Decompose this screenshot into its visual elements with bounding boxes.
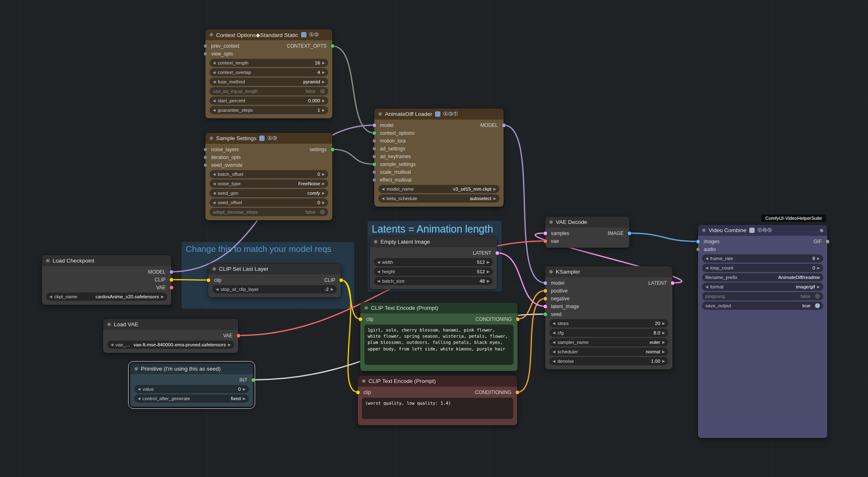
node-title-bar[interactable]: KSampler: [545, 266, 672, 277]
decrement-icon[interactable]: ◀: [213, 61, 216, 65]
input-slot-clip[interactable]: [207, 278, 210, 282]
next-option-icon[interactable]: ▶: [243, 397, 246, 401]
node-title-bar[interactable]: CLIP Text Encode (Prompt): [360, 302, 518, 313]
group-title[interactable]: Change this to match your model reqs: [182, 242, 354, 256]
toggle-knob[interactable]: [815, 303, 820, 308]
widget-use-on-equal-length[interactable]: use_on_equal_length false: [210, 87, 328, 95]
input-slot-vae[interactable]: [543, 239, 547, 243]
node-title-bar[interactable]: AnimateDiff Loader ⒶⒹ①: [374, 108, 504, 120]
widget-loop-count[interactable]: ◀ loop_count 0 ▶: [702, 264, 823, 272]
node-clip-set-last-layer[interactable]: CLIP Set Last Layer clip CLIP ◀ stop_at_…: [208, 263, 341, 297]
node-title-bar[interactable]: CLIP Set Last Layer: [208, 263, 341, 274]
widget-batch-offset[interactable]: ◀ batch_offset 0 ▶: [210, 170, 328, 178]
node-options-dot[interactable]: [820, 229, 823, 232]
widget-context-length[interactable]: ◀ context_length 16 ▶: [210, 59, 328, 67]
increment-icon[interactable]: ▶: [322, 71, 325, 74]
node-sample-settings[interactable]: Sample Settings ⒶⒹ noise_layers settings…: [205, 133, 332, 220]
decrement-icon[interactable]: ◀: [213, 173, 216, 176]
widget-height[interactable]: ◀ height 512 ▶: [374, 267, 493, 276]
next-option-icon[interactable]: ▶: [662, 341, 665, 344]
decrement-icon[interactable]: ◀: [213, 108, 216, 112]
output-slot-conditioning[interactable]: [516, 390, 519, 394]
collapse-dot[interactable]: [378, 112, 382, 116]
output-slot-model[interactable]: [502, 123, 506, 127]
widget-format[interactable]: ◀ format image/gif ▶: [702, 283, 823, 291]
widget-frame-rate[interactable]: ◀ frame_rate 8 ▶: [702, 254, 823, 263]
input-slot-negative[interactable]: [543, 297, 547, 300]
node-empty-latent-image[interactable]: Empty Latent Image LATENT ◀ width 512 ▶ …: [370, 236, 497, 289]
input-slot-view-opts[interactable]: [204, 52, 207, 55]
widget-batch-size[interactable]: ◀ batch_size 48 ▶: [374, 277, 493, 285]
increment-icon[interactable]: ▶: [487, 260, 490, 264]
increment-icon[interactable]: ▶: [243, 387, 246, 391]
widget-cfg[interactable]: ◀ cfg 8.0 ▶: [549, 329, 668, 337]
node-vae-decode[interactable]: VAE Decode samples IMAGE vae: [545, 217, 629, 248]
node-clip-text-encode-positive[interactable]: CLIP Text Encode (Prompt) clip CONDITION…: [360, 302, 518, 371]
prev-option-icon[interactable]: ◀: [213, 80, 216, 84]
widget-guarantee-steps[interactable]: ◀ guarantee_steps 1 ▶: [210, 106, 328, 114]
input-slot-seed-override[interactable]: [204, 163, 207, 167]
collapse-dot[interactable]: [107, 323, 111, 326]
group-title[interactable]: Latents = Animation length: [368, 221, 502, 237]
node-graph-canvas[interactable]: Change this to match your model reqs Lat…: [0, 0, 868, 477]
decrement-icon[interactable]: ◀: [377, 279, 380, 283]
node-title-bar[interactable]: Load Checkpoint: [42, 255, 171, 266]
next-option-icon[interactable]: ▶: [322, 80, 325, 84]
widget-fuse-method[interactable]: ◀ fuse_method pyramid ▶: [210, 78, 328, 86]
prev-option-icon[interactable]: ◀: [49, 295, 52, 299]
prev-option-icon[interactable]: ◀: [553, 350, 555, 354]
next-option-icon[interactable]: ▶: [817, 285, 820, 289]
input-slot-scale-multival[interactable]: [373, 170, 376, 174]
next-option-icon[interactable]: ▶: [493, 197, 496, 200]
prev-option-icon[interactable]: ◀: [705, 285, 708, 289]
collapse-dot[interactable]: [46, 259, 50, 263]
widget-noise-type[interactable]: ◀ noise_type FreeNoise ▶: [210, 180, 328, 188]
collapse-dot[interactable]: [549, 220, 553, 224]
increment-icon[interactable]: ▶: [322, 108, 325, 112]
node-animatediff-loader[interactable]: AnimateDiff Loader ⒶⒹ① model MODEL conte…: [374, 108, 504, 207]
prev-option-icon[interactable]: ◀: [138, 397, 140, 401]
decrement-icon[interactable]: ◀: [216, 288, 219, 291]
toggle-knob[interactable]: [815, 294, 820, 299]
node-title-bar[interactable]: Primitive (I'm using this as seed): [130, 363, 253, 374]
widget-sampler-name[interactable]: ◀ sampler_name euler ▶: [549, 338, 668, 346]
collapse-dot[interactable]: [549, 270, 553, 274]
collapse-dot[interactable]: [212, 267, 216, 271]
input-slot-positive[interactable]: [543, 289, 547, 293]
decrement-icon[interactable]: ◀: [705, 257, 708, 260]
increment-icon[interactable]: ▶: [817, 257, 820, 260]
input-slot-model[interactable]: [543, 281, 547, 285]
next-option-icon[interactable]: ▶: [228, 343, 231, 347]
output-slot-clip[interactable]: [339, 278, 343, 282]
widget-model-name[interactable]: ◀ model_name v3_sd15_mm.ckpt ▶: [378, 185, 500, 193]
widget-vae-name[interactable]: ◀ vae_name vae-ft-mse-840000-ema-pruned.…: [107, 341, 234, 349]
output-slot-conditioning[interactable]: [516, 317, 520, 321]
node-ksampler[interactable]: KSampler model LATENT positive negative …: [545, 266, 672, 369]
collapse-dot[interactable]: [210, 136, 213, 140]
widget-stop-at-clip-layer[interactable]: ◀ stop_at_clip_layer -2 ▶: [212, 285, 337, 293]
decrement-icon[interactable]: ◀: [705, 266, 708, 270]
widget-beta-schedule[interactable]: ◀ beta_schedule autoselect ▶: [378, 194, 500, 203]
input-slot-clip[interactable]: [359, 317, 362, 321]
node-title-bar[interactable]: Empty Latent Image: [370, 236, 497, 247]
widget-scheduler[interactable]: ◀ scheduler normal ▶: [549, 348, 668, 356]
prev-option-icon[interactable]: ◀: [382, 197, 384, 200]
increment-icon[interactable]: ▶: [322, 99, 325, 103]
increment-icon[interactable]: ▶: [487, 270, 490, 274]
node-title-bar[interactable]: Context Options◆Standard Static ⒶⒹ: [205, 29, 332, 40]
prev-option-icon[interactable]: ◀: [382, 187, 384, 191]
widget-start-percent[interactable]: ◀ start_percent 0.000 ▶: [210, 97, 328, 105]
output-slot-latent[interactable]: [495, 251, 499, 255]
increment-icon[interactable]: ▶: [662, 331, 665, 335]
node-title-bar[interactable]: Load VAE: [103, 319, 238, 330]
widget-adapt-denoise-steps[interactable]: adapt_denoise_steps false: [210, 208, 328, 216]
node-title-bar[interactable]: VAE Decode: [545, 217, 629, 228]
output-slot-clip[interactable]: [170, 278, 173, 281]
output-slot-vae[interactable]: [237, 334, 240, 337]
node-context-options[interactable]: Context Options◆Standard Static ⒶⒹ prev_…: [205, 29, 332, 118]
collapse-dot[interactable]: [374, 240, 378, 244]
output-slot-settings[interactable]: [331, 147, 334, 151]
prev-option-icon[interactable]: ◀: [111, 343, 113, 347]
input-slot-ad-keyframes[interactable]: [373, 154, 376, 158]
input-slot-samples[interactable]: [543, 231, 547, 235]
